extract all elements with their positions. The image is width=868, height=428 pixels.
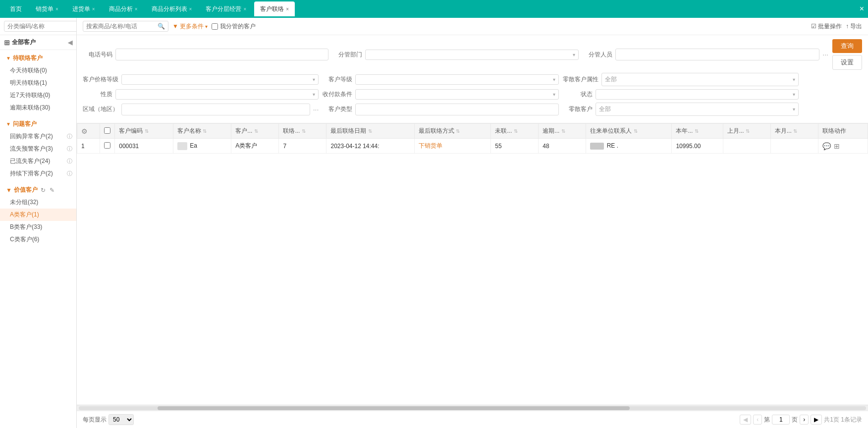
next-page-btn[interactable]: ›: [800, 415, 809, 425]
retail-cust-label: 零散客户: [563, 105, 593, 113]
col-last-date: 最后联络日期 ⇅: [326, 124, 414, 139]
batch-op-btn[interactable]: ☑ 批量操作: [811, 22, 842, 31]
last-page-btn[interactable]: ▶: [811, 415, 822, 425]
nav-tab-product-analysis-close[interactable]: ×: [135, 6, 138, 12]
first-page-btn[interactable]: ◀: [740, 415, 751, 425]
col-contact-person-sort[interactable]: ⇅: [634, 128, 638, 134]
select-all-checkbox[interactable]: [104, 127, 110, 134]
horizontal-scrollbar[interactable]: [77, 405, 868, 411]
col-last-method-sort[interactable]: ⇅: [456, 128, 460, 134]
sidebar-collapse-btn[interactable]: ◀: [68, 39, 72, 46]
nav-tab-product-list-close[interactable]: ×: [189, 6, 192, 12]
cell-this-month: [770, 139, 818, 154]
sidebar-item-today[interactable]: 今天待联络(0): [0, 64, 76, 77]
col-name-sort[interactable]: ⇅: [203, 128, 207, 134]
export-btn[interactable]: ↑ 导出: [846, 22, 862, 31]
nav-tab-customer-contact[interactable]: 客户联络 ×: [254, 1, 295, 16]
col-checkbox: [100, 124, 115, 139]
region-input[interactable]: [121, 104, 310, 115]
scrollbar-track: [79, 406, 866, 410]
chat-icon[interactable]: 💬: [822, 142, 831, 150]
qrcode-icon[interactable]: ⊞: [834, 142, 840, 150]
query-button[interactable]: 查询: [832, 39, 862, 53]
nav-tab-home[interactable]: 首页: [4, 1, 28, 16]
sidebar-item-lost[interactable]: 已流失客户(24) ⓘ: [0, 155, 76, 167]
sidebar-item-7days[interactable]: 近7天待联络(0): [0, 89, 76, 102]
sidebar-item-unclassified[interactable]: 未分组(32): [0, 196, 76, 209]
filter-field-retail-cust: 零散客户 全部 ▾: [563, 103, 799, 116]
retail-cust-select[interactable]: 全部 ▾: [596, 103, 799, 116]
sidebar-item-repurchase-abnormal[interactable]: 回购异常客户(2) ⓘ: [0, 130, 76, 143]
col-overdue-sort[interactable]: ⇅: [561, 128, 565, 134]
col-cust-type-sort[interactable]: ⇅: [254, 128, 258, 134]
value-customers-header[interactable]: ▼ 价值客户 ↻ ✎: [0, 184, 76, 196]
value-customers-edit-btn[interactable]: ✎: [49, 187, 55, 194]
retail-attr-select[interactable]: 全部 ▾: [601, 73, 799, 86]
all-customers-header[interactable]: ⊞ 全部客户 ◀: [0, 35, 76, 50]
sidebar-item-declining[interactable]: 持续下滑客户(2) ⓘ: [0, 167, 76, 180]
nature-select[interactable]: ▾: [115, 89, 319, 100]
nav-tab-customer-tier[interactable]: 客户分层经营 ×: [200, 1, 252, 16]
page-number-input[interactable]: [772, 415, 790, 425]
problem-customers-title[interactable]: ▼ 问题客户: [0, 118, 76, 130]
col-uncontacted-sort[interactable]: ⇅: [514, 128, 518, 134]
sidebar-search-input[interactable]: [4, 21, 77, 32]
price-grade-select[interactable]: ▾: [121, 74, 319, 85]
nav-tab-sales-close[interactable]: ×: [55, 6, 58, 12]
col-code-sort[interactable]: ⇅: [145, 128, 149, 134]
phone-input[interactable]: [115, 49, 328, 60]
search-input[interactable]: [86, 23, 156, 30]
nav-tab-purchase[interactable]: 进货单 ×: [66, 1, 101, 16]
region-ellipsis-btn[interactable]: ···: [313, 106, 319, 113]
region-label: 区域（地区）: [83, 105, 118, 113]
col-annual-sort[interactable]: ⇅: [695, 128, 699, 134]
sidebar-item-overdue-contact[interactable]: 逾期未联络(30): [0, 102, 76, 114]
nav-tab-customer-contact-close[interactable]: ×: [286, 6, 289, 12]
page-label-suffix: 页: [792, 416, 798, 424]
sidebar-item-a-class[interactable]: A类客户(1): [0, 209, 76, 221]
last-method-link[interactable]: 下销货单: [419, 142, 442, 149]
prev-page-btn[interactable]: ‹: [753, 415, 762, 425]
settings-button[interactable]: 设置: [832, 55, 862, 70]
dept-select[interactable]: ▾: [365, 50, 578, 60]
cust-grade-select[interactable]: ▾: [355, 74, 558, 85]
page-size-select[interactable]: 10 20 50 100: [108, 414, 134, 425]
sidebar-item-b-class[interactable]: B类客户(33): [0, 221, 76, 233]
nav-tab-sales[interactable]: 销货单 ×: [30, 1, 64, 16]
value-customers-refresh-btn[interactable]: ↻: [40, 187, 47, 194]
gear-settings-btn[interactable]: ⚙: [81, 127, 88, 135]
nav-tab-product-analysis[interactable]: 商品分析 ×: [103, 1, 144, 16]
col-cust-type: 客户... ⇅: [231, 124, 279, 139]
nav-tab-customer-tier-close[interactable]: ×: [243, 6, 246, 12]
col-name-label: 客户名称: [177, 127, 201, 134]
cell-last-date: 2023-04-12 14:44:: [326, 139, 414, 154]
more-filters-btn[interactable]: ▼ 更多条件 ▾: [172, 22, 208, 31]
payment-select[interactable]: ▾: [355, 89, 558, 100]
manager-ellipsis-btn[interactable]: ···: [822, 51, 828, 58]
nav-tab-purchase-close[interactable]: ×: [92, 6, 95, 12]
window-close-button[interactable]: ×: [860, 4, 864, 13]
cust-type-input[interactable]: [355, 104, 558, 115]
nav-tab-product-analysis-list[interactable]: 商品分析列表 ×: [146, 1, 198, 16]
col-last-month-sort[interactable]: ⇅: [746, 128, 750, 134]
col-this-month-sort[interactable]: ⇅: [793, 128, 797, 134]
info-icon-lost: ⓘ: [67, 158, 72, 165]
col-last-date-sort[interactable]: ⇅: [368, 128, 372, 134]
cell-last-method: 下销货单: [414, 139, 491, 154]
status-arrow: ▾: [793, 92, 795, 97]
manager-label: 分管人员: [583, 51, 612, 59]
filter-row-2: 客户价格等级 ▾ 客户等级 ▾ 零散客户属性 全部: [83, 73, 862, 86]
search-icon[interactable]: 🔍: [158, 23, 165, 30]
scrollbar-thumb[interactable]: [158, 406, 630, 410]
sidebar-item-lostwarning[interactable]: 流失预警客户(3) ⓘ: [0, 143, 76, 155]
filter-field-payment: 收付款条件 ▾: [323, 89, 558, 100]
col-contact-count-sort[interactable]: ⇅: [302, 128, 306, 134]
manager-input[interactable]: [615, 49, 820, 60]
sidebar-item-c-class[interactable]: C类客户(6): [0, 233, 76, 246]
row-checkbox[interactable]: [104, 142, 110, 149]
my-customers-checkbox[interactable]: [212, 23, 218, 30]
pending-contact-title[interactable]: ▼ 待联络客户: [0, 52, 76, 64]
sidebar-item-tomorrow[interactable]: 明天待联络(1): [0, 77, 76, 89]
status-select[interactable]: ▾: [596, 89, 799, 100]
cell-actions: 💬 ⊞: [818, 139, 868, 154]
